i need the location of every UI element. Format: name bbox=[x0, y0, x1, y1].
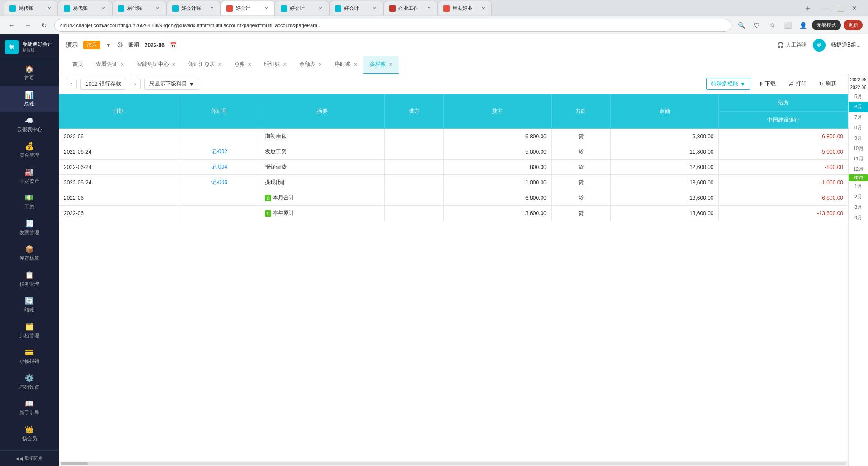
browser-tab-t4[interactable]: 好会计账 ✕ bbox=[166, 1, 221, 15]
cell-voucher[interactable]: 记-004 bbox=[178, 160, 260, 175]
sidebar-item-xiaochang[interactable]: 💳 小畅报销 bbox=[0, 344, 59, 369]
page-tab-总账[interactable]: 总账✕ bbox=[228, 56, 258, 74]
settings-icon[interactable]: ⚙ bbox=[117, 41, 123, 49]
consult-button[interactable]: 🎧 人工咨询 bbox=[777, 41, 807, 49]
date-item-1月[interactable]: 1月 bbox=[849, 181, 868, 192]
sidebar-item-cloud-report[interactable]: ☁️ 云报表中心 bbox=[0, 112, 59, 137]
sidebar-item-guide[interactable]: 📖 新手引导 bbox=[0, 395, 59, 421]
sub-filter-button[interactable]: 只显示下级科目 ▼ bbox=[144, 78, 199, 90]
sidebar-item-member[interactable]: 👑 畅会员 bbox=[0, 421, 59, 447]
extension-icon-btn[interactable]: ⬜ bbox=[781, 19, 794, 32]
close-button[interactable]: ✕ bbox=[852, 5, 857, 12]
browser-tab-t2[interactable]: 易代账 ✕ bbox=[58, 1, 112, 15]
address-input[interactable] bbox=[54, 19, 731, 32]
tab-close-icon[interactable]: ✕ bbox=[481, 5, 486, 12]
tab-close-x[interactable]: ✕ bbox=[218, 62, 222, 67]
next-account-button[interactable]: › bbox=[130, 79, 141, 89]
date-item-2023[interactable]: 2023 bbox=[849, 174, 868, 181]
browser-tab-t7[interactable]: 好会计 ✕ bbox=[329, 1, 383, 15]
tab-close-icon[interactable]: ✕ bbox=[426, 5, 432, 12]
tab-close-x[interactable]: ✕ bbox=[172, 62, 175, 67]
browser-tab-t3[interactable]: 易代账 ✕ bbox=[112, 1, 166, 15]
horizontal-scrollbar[interactable] bbox=[59, 461, 848, 466]
page-tab-凭证汇总表[interactable]: 凭证汇总表✕ bbox=[182, 56, 228, 74]
star-icon-btn[interactable]: ☆ bbox=[766, 19, 778, 32]
date-item-8月[interactable]: 8月 bbox=[849, 122, 868, 133]
forward-button[interactable]: → bbox=[22, 19, 34, 32]
page-tab-查看凭证[interactable]: 查看凭证✕ bbox=[90, 56, 130, 74]
sidebar-item-checkout[interactable]: 🔄 结账 bbox=[0, 292, 59, 318]
demo-badge[interactable]: 演示 bbox=[83, 41, 100, 49]
page-tab-首页[interactable]: 首页 bbox=[66, 56, 90, 74]
sidebar-item-fixed-assets[interactable]: 🏭 固定资产 bbox=[0, 163, 59, 189]
tab-close-x[interactable]: ✕ bbox=[354, 62, 357, 67]
tab-close-x[interactable]: ✕ bbox=[318, 62, 322, 67]
dropdown-arrow-icon[interactable]: ▼ bbox=[106, 42, 111, 48]
user-profile-icon-btn[interactable]: 👤 bbox=[797, 19, 809, 32]
sidebar-item-settings[interactable]: ⚙️ 基础设置 bbox=[0, 369, 59, 395]
sidebar-item-ledger[interactable]: 📊 总账 bbox=[0, 86, 59, 112]
date-item-3月[interactable]: 3月 bbox=[849, 202, 868, 212]
date-item-5月[interactable]: 5月 bbox=[849, 91, 868, 102]
back-button[interactable]: ← bbox=[5, 19, 18, 32]
voucher-link[interactable]: 记-004 bbox=[211, 164, 227, 170]
page-tab-智能凭证中心[interactable]: 智能凭证中心✕ bbox=[130, 56, 182, 74]
sidebar-item-home[interactable]: 🏠 首页 bbox=[0, 60, 59, 86]
tab-close-icon[interactable]: ✕ bbox=[101, 5, 106, 12]
page-tab-余额表[interactable]: 余额表✕ bbox=[293, 56, 328, 74]
browser-tab-t9[interactable]: 用友好业 ✕ bbox=[438, 1, 492, 15]
date-item-6月[interactable]: 6月 bbox=[849, 102, 868, 112]
ledger-table-wrap[interactable]: 日期 凭证号 摘要 借方 贷方 方向 余额 借方 bbox=[59, 94, 848, 461]
tab-close-x[interactable]: ✕ bbox=[283, 62, 287, 67]
browser-tab-t5[interactable]: 好会计 ✕ bbox=[221, 1, 275, 15]
new-tab-button[interactable]: ＋ bbox=[802, 2, 814, 14]
reload-button[interactable]: ↻ bbox=[38, 19, 51, 32]
tab-close-icon[interactable]: ✕ bbox=[372, 5, 377, 12]
no-trace-button[interactable]: 无痕模式 bbox=[812, 20, 841, 30]
tab-close-icon[interactable]: ✕ bbox=[209, 5, 215, 12]
browser-tab-t1[interactable]: 易代账 ✕ bbox=[4, 1, 58, 15]
page-tab-多栏账[interactable]: 多栏账✕ bbox=[363, 56, 399, 74]
date-item-4月[interactable]: 4月 bbox=[849, 212, 868, 223]
page-tab-明细账[interactable]: 明细账✕ bbox=[258, 56, 293, 74]
tab-close-icon[interactable]: ✕ bbox=[264, 5, 269, 12]
refresh-button[interactable]: ↻ 刷新 bbox=[815, 78, 841, 89]
tab-close-icon[interactable]: ✕ bbox=[155, 5, 160, 12]
page-tab-序时账[interactable]: 序时账✕ bbox=[328, 56, 363, 74]
voucher-link[interactable]: 记-002 bbox=[211, 148, 227, 155]
voucher-link[interactable]: 记-006 bbox=[211, 179, 227, 185]
sidebar-item-archive[interactable]: 🗂️ 归档管理 bbox=[0, 318, 59, 344]
tab-close-icon[interactable]: ✕ bbox=[318, 5, 323, 12]
date-item-2月[interactable]: 2月 bbox=[849, 192, 868, 202]
sidebar-item-salary[interactable]: 💵 工资 bbox=[0, 189, 59, 215]
sidebar-item-invoice[interactable]: 🧾 发票管理 bbox=[0, 215, 59, 240]
sidebar-item-fund[interactable]: 💰 资金管理 bbox=[0, 137, 59, 163]
date-item-11月[interactable]: 11月 bbox=[849, 154, 868, 164]
tab-close-x[interactable]: ✕ bbox=[389, 62, 392, 67]
maximize-button[interactable]: ⬜ bbox=[837, 5, 844, 12]
pin-button[interactable]: ◀◀ 取消固定 bbox=[0, 450, 59, 466]
sidebar-item-inventory[interactable]: 📦 库存核算 bbox=[0, 240, 59, 266]
minimize-button[interactable]: — bbox=[821, 4, 830, 13]
update-button[interactable]: 更新 bbox=[844, 20, 863, 30]
account-code-box[interactable]: 1002 银行存款 bbox=[80, 78, 126, 90]
cell-voucher[interactable]: 记-006 bbox=[178, 175, 260, 190]
calendar-icon[interactable]: 📅 bbox=[170, 42, 177, 48]
browser-tab-t6[interactable]: 好会计 ✕ bbox=[275, 1, 329, 15]
search-icon-btn[interactable]: 🔍 bbox=[735, 19, 748, 32]
tab-close-x[interactable]: ✕ bbox=[248, 62, 251, 67]
tab-close-icon[interactable]: ✕ bbox=[47, 5, 52, 12]
special-ledger-button[interactable]: 特殊多栏账 ▼ bbox=[706, 78, 750, 90]
download-button[interactable]: ⬇ 下载 bbox=[754, 78, 780, 89]
date-item-9月[interactable]: 9月 bbox=[849, 133, 868, 143]
date-item-10月[interactable]: 10月 bbox=[849, 143, 868, 154]
sidebar-item-tax[interactable]: 📋 税务管理 bbox=[0, 266, 59, 292]
shield-icon-btn[interactable]: 🛡 bbox=[750, 19, 763, 32]
date-item-12月[interactable]: 12月 bbox=[849, 164, 868, 174]
scroll-thumb[interactable] bbox=[61, 462, 88, 465]
browser-tab-t8[interactable]: 企业工作 ✕ bbox=[383, 1, 438, 15]
cell-voucher[interactable]: 记-002 bbox=[178, 144, 260, 160]
print-button[interactable]: 🖨 打印 bbox=[784, 78, 811, 89]
tab-close-x[interactable]: ✕ bbox=[120, 62, 124, 67]
prev-account-button[interactable]: ‹ bbox=[66, 79, 77, 89]
